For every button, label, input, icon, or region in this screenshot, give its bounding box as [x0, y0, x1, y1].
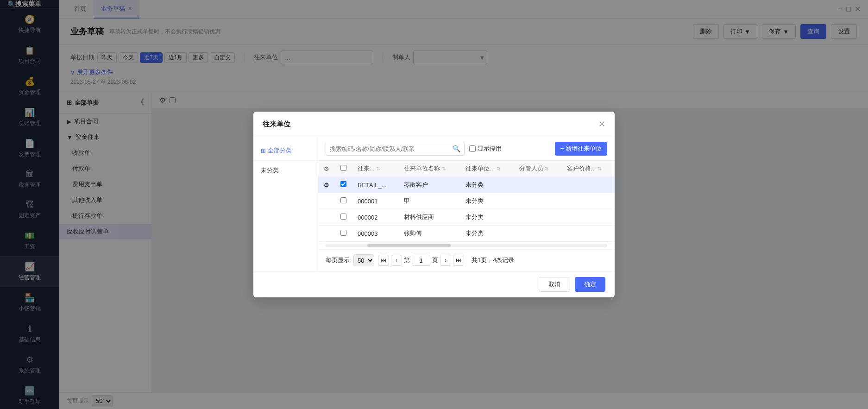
col-category-header: 往来单位... ⇅: [460, 161, 513, 177]
dialog-title: 往来单位: [263, 120, 290, 129]
row-2-settings[interactable]: [318, 193, 335, 209]
row-3-name: 材料供应商: [398, 209, 460, 226]
table-row[interactable]: 000002 材料供应商 未分类: [318, 209, 615, 226]
table-row[interactable]: 000003 张帅傅 未分类: [318, 226, 615, 242]
cancel-button[interactable]: 取消: [539, 277, 570, 292]
pagination-controls: ⏮ ‹ 第 页 › ⏭: [378, 255, 464, 266]
dialog-pagination: 每页显示 50 ⏮ ‹ 第 页 › ⏭ 共1页，4条记录: [318, 249, 615, 271]
table-row[interactable]: 000001 甲 未分类: [318, 193, 615, 209]
col-settings[interactable]: ⚙: [318, 161, 335, 177]
dialog-table: ⚙ 往来... ⇅ 往来单位名称 ⇅: [318, 161, 615, 242]
search-icon: 🔍: [453, 145, 460, 152]
row-4-salesperson: [514, 226, 561, 242]
next-page-button[interactable]: ›: [440, 255, 451, 266]
row-1-checkbox[interactable]: [335, 177, 352, 193]
row-3-code: 000002: [352, 209, 398, 226]
dialog-sidebar: ⊞ 全部分类 未分类: [253, 137, 318, 271]
row-2-category: 未分类: [460, 193, 513, 209]
search-input[interactable]: [330, 145, 453, 152]
col-code-header: 往来... ⇅: [352, 161, 398, 177]
col-salesperson-header: 分管人员 ⇅: [514, 161, 561, 177]
dialog-sidebar-uncategorized[interactable]: 未分类: [253, 163, 318, 178]
show-disabled-container: 显示停用: [469, 145, 502, 153]
sidebar-divider: [253, 160, 318, 161]
row-3-category: 未分类: [460, 209, 513, 226]
dialog-main: 🔍 显示停用 + 新增往来单位 ⚙: [318, 137, 615, 271]
row-3-settings[interactable]: [318, 209, 335, 226]
row-2-salesperson: [514, 193, 561, 209]
row-3-salesperson: [514, 209, 561, 226]
row-1-settings[interactable]: ⚙: [318, 177, 335, 193]
row-4-category: 未分类: [460, 226, 513, 242]
col-name-header: 往来单位名称 ⇅: [398, 161, 460, 177]
sort-icon-code[interactable]: ⇅: [376, 166, 380, 171]
first-page-button[interactable]: ⏮: [378, 255, 389, 266]
row-1-salesperson: [514, 177, 561, 193]
row-1-name: 零散客户: [398, 177, 460, 193]
row-2-price: [561, 193, 615, 209]
dialog-toolbar: 🔍 显示停用 + 新增往来单位: [318, 137, 615, 161]
search-box: 🔍: [326, 142, 465, 156]
sort-icon-category[interactable]: ⇅: [497, 166, 501, 171]
total-records: 共1页，4条记录: [472, 256, 514, 264]
row-4-name: 张帅傅: [398, 226, 460, 242]
prev-page-button[interactable]: ‹: [391, 255, 402, 266]
dialog-body: ⊞ 全部分类 未分类 🔍 显示停用: [253, 137, 615, 271]
sort-icon-price[interactable]: ⇅: [598, 166, 602, 171]
row-1-code: RETAIL_...: [352, 177, 398, 193]
row-2-checkbox[interactable]: [335, 193, 352, 209]
sort-icon-salesperson[interactable]: ⇅: [545, 166, 549, 171]
dialog-close-button[interactable]: ✕: [598, 119, 605, 129]
col-price-header: 客户价格... ⇅: [561, 161, 615, 177]
row-1-category: 未分类: [460, 177, 513, 193]
row-3-checkbox[interactable]: [335, 209, 352, 226]
row-4-settings[interactable]: [318, 226, 335, 242]
select-all-dialog[interactable]: [340, 165, 346, 171]
horizontal-scrollbar[interactable]: [326, 244, 607, 247]
modal-overlay[interactable]: 往来单位 ✕ ⊞ 全部分类 未分类: [0, 0, 868, 409]
scrollbar-thumb[interactable]: [367, 244, 451, 247]
add-new-button[interactable]: + 新增往来单位: [555, 142, 607, 156]
confirm-button[interactable]: 确定: [575, 277, 605, 292]
dialog-sidebar-all[interactable]: ⊞ 全部分类: [253, 143, 318, 158]
sort-icon-name[interactable]: ⇅: [442, 166, 446, 171]
grid-icon-small: ⊞: [261, 147, 266, 154]
row-2-code: 000001: [352, 193, 398, 209]
row-2-name: 甲: [398, 193, 460, 209]
row-4-checkbox[interactable]: [335, 226, 352, 242]
row-4-price: [561, 226, 615, 242]
table-header-row: ⚙ 往来... ⇅ 往来单位名称 ⇅: [318, 161, 615, 177]
page-number-input[interactable]: [412, 255, 430, 266]
table-row[interactable]: ⚙ RETAIL_... 零散客户 未分类: [318, 177, 615, 193]
counterparty-dialog: 往来单位 ✕ ⊞ 全部分类 未分类: [253, 112, 615, 297]
per-page-select-dialog[interactable]: 50: [353, 254, 374, 266]
row-4-code: 000003: [352, 226, 398, 242]
row-1-price: [561, 177, 615, 193]
col-checkbox-header[interactable]: [335, 161, 352, 177]
dialog-actions: 取消 确定: [253, 271, 615, 297]
row-3-price: [561, 209, 615, 226]
show-disabled-checkbox[interactable]: [469, 145, 476, 152]
dialog-header: 往来单位 ✕: [253, 112, 615, 137]
last-page-button[interactable]: ⏭: [453, 255, 464, 266]
